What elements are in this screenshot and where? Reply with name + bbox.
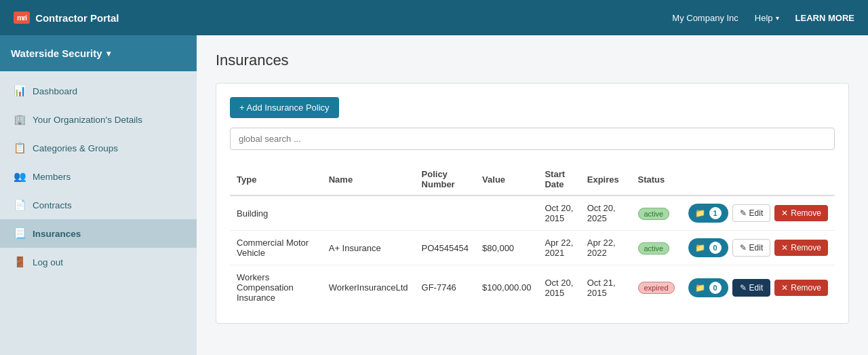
cell-type: Workers Compensation Insurance	[230, 265, 322, 310]
sidebar-item-categories-groups[interactable]: 📋 Categories & Groups	[0, 134, 197, 162]
app-logo: mri Contractor Portal	[14, 12, 119, 24]
dashboard-icon: 📊	[14, 85, 26, 97]
cell-status: active	[631, 231, 682, 265]
insurances-card: + Add Insurance Policy Type Name Policy …	[216, 83, 849, 324]
edit-icon: ✎	[740, 283, 747, 293]
remove-icon: ✕	[781, 283, 788, 293]
cell-expires: Oct 21, 2015	[580, 265, 631, 310]
sidebar-item-label: Log out	[33, 257, 63, 267]
edit-icon: ✎	[740, 243, 747, 253]
sidebar-company-header[interactable]: Waterside Security ▾	[0, 35, 197, 71]
sidebar-item-contracts[interactable]: 📄 Contracts	[0, 191, 197, 219]
edit-button[interactable]: ✎ Edit	[732, 204, 771, 222]
col-value: Value	[475, 164, 538, 195]
cell-type: Commercial Motor Vehicle	[230, 231, 322, 265]
org-details-icon: 🏢	[14, 113, 26, 126]
sidebar-item-org-details[interactable]: 🏢 Your Organization's Details	[0, 105, 197, 134]
edit-icon: ✎	[740, 208, 747, 218]
cell-expires: Apr 22, 2022	[580, 231, 631, 265]
col-actions	[682, 164, 835, 195]
page-title: Insurances	[216, 52, 849, 69]
cell-type: Building	[230, 195, 322, 231]
sidebar-nav: 📊 Dashboard 🏢 Your Organization's Detail…	[0, 71, 197, 282]
learn-more-link[interactable]: LEARN MORE	[795, 13, 854, 23]
topnav-right: My Company Inc Help ▾ LEARN MORE	[672, 13, 854, 23]
search-input[interactable]	[230, 128, 835, 150]
cell-status: active	[631, 195, 682, 231]
add-insurance-button[interactable]: + Add Insurance Policy	[230, 97, 339, 118]
col-status: Status	[631, 164, 682, 195]
cell-value: $100,000.00	[475, 265, 538, 310]
sidebar-item-label: Your Organization's Details	[33, 115, 142, 125]
sidebar-item-label: Categories & Groups	[33, 143, 118, 153]
app-title: Contractor Portal	[35, 12, 119, 24]
edit-label: Edit	[749, 243, 764, 253]
sidebar-item-logout[interactable]: 🚪 Log out	[0, 248, 197, 276]
sidebar-company-name: Waterside Security	[11, 48, 102, 59]
cell-policy-number: PO4545454	[415, 231, 476, 265]
company-name: My Company Inc	[672, 13, 738, 23]
remove-icon: ✕	[781, 243, 788, 253]
edit-label: Edit	[749, 208, 764, 218]
main-content: Insurances + Add Insurance Policy Type N…	[197, 35, 868, 355]
sidebar-item-dashboard[interactable]: 📊 Dashboard	[0, 77, 197, 105]
table-row: Commercial Motor Vehicle A+ Insurance PO…	[230, 231, 835, 265]
logout-icon: 🚪	[14, 256, 26, 268]
count-badge: 0	[709, 282, 722, 294]
cell-actions: 📁 0 ✎ Edit ✕ Remove	[682, 265, 835, 310]
members-icon: 👥	[14, 170, 26, 183]
chevron-down-icon: ▾	[106, 49, 111, 58]
status-badge: active	[638, 242, 670, 255]
sidebar-item-label: Insurances	[33, 229, 81, 239]
document-icon: 📁	[695, 283, 705, 293]
col-start-date: Start Date	[538, 164, 580, 195]
remove-button[interactable]: ✕ Remove	[774, 240, 828, 256]
cell-actions: 📁 1 ✎ Edit ✕ Remove	[682, 195, 835, 231]
document-count-button[interactable]: 📁 0	[688, 238, 728, 257]
actions-group: 📁 1 ✎ Edit ✕ Remove	[688, 204, 828, 223]
edit-button[interactable]: ✎ Edit	[732, 239, 771, 257]
cell-name: A+ Insurance	[322, 231, 415, 265]
categories-icon: 📋	[14, 142, 26, 154]
document-count-button[interactable]: 📁 0	[688, 278, 728, 297]
cell-policy-number: GF-7746	[415, 265, 476, 310]
cell-status: expired	[631, 265, 682, 310]
top-navigation: mri Contractor Portal My Company Inc Hel…	[0, 0, 868, 35]
logo-icon: mri	[14, 12, 30, 24]
edit-label: Edit	[749, 283, 764, 293]
remove-button[interactable]: ✕ Remove	[774, 280, 828, 296]
cell-start-date: Oct 20, 2015	[538, 195, 580, 231]
cell-name	[322, 195, 415, 231]
remove-label: Remove	[791, 208, 821, 218]
cell-value	[475, 195, 538, 231]
sidebar-item-insurances[interactable]: 📃 Insurances	[0, 219, 197, 248]
cell-start-date: Apr 22, 2021	[538, 231, 580, 265]
cell-start-date: Oct 20, 2015	[538, 265, 580, 310]
sidebar-item-label: Dashboard	[33, 86, 77, 96]
remove-label: Remove	[791, 243, 821, 253]
document-count-button[interactable]: 📁 1	[688, 204, 728, 223]
remove-icon: ✕	[781, 208, 788, 218]
status-badge: expired	[638, 282, 675, 294]
actions-group: 📁 0 ✎ Edit ✕ Remove	[688, 238, 828, 257]
table-row: Workers Compensation Insurance WorkerIns…	[230, 265, 835, 310]
insurances-table: Type Name Policy Number Value Start Date…	[230, 164, 835, 310]
edit-button[interactable]: ✎ Edit	[732, 279, 771, 297]
cell-name: WorkerInsuranceLtd	[322, 265, 415, 310]
main-layout: Waterside Security ▾ 📊 Dashboard 🏢 Your …	[0, 35, 868, 355]
sidebar-item-label: Members	[33, 172, 71, 182]
insurances-icon: 📃	[14, 227, 26, 240]
cell-actions: 📁 0 ✎ Edit ✕ Remove	[682, 231, 835, 265]
help-menu[interactable]: Help ▾	[755, 13, 779, 23]
table-row: Building Oct 20, 2015 Oct 20, 2025 activ…	[230, 195, 835, 231]
col-type: Type	[230, 164, 322, 195]
sidebar: Waterside Security ▾ 📊 Dashboard 🏢 Your …	[0, 35, 197, 355]
remove-button[interactable]: ✕ Remove	[774, 205, 828, 221]
help-label: Help	[755, 13, 773, 23]
status-badge: active	[638, 208, 670, 220]
document-icon: 📁	[695, 243, 705, 253]
sidebar-item-members[interactable]: 👥 Members	[0, 162, 197, 191]
count-badge: 1	[709, 207, 722, 219]
sidebar-item-label: Contracts	[33, 200, 72, 210]
document-icon: 📁	[695, 208, 705, 218]
